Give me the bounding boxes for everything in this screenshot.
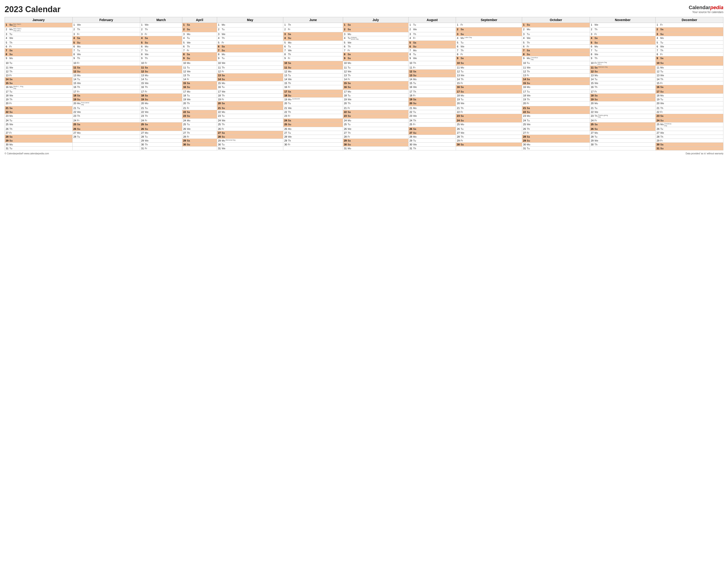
day-number: 1: [284, 23, 287, 26]
holiday-label: Labor Day: [465, 37, 472, 38]
day-number: 19: [284, 98, 287, 101]
calendar-cell: 6Th: [343, 45, 408, 48]
month-nov: November: [590, 17, 655, 23]
cell-content: 1Sa: [183, 23, 216, 26]
cell-content: 11Mo: [657, 66, 722, 69]
day-abbreviation: Tu: [187, 94, 189, 97]
day-abbreviation: Mo: [288, 70, 291, 73]
day-number: 6: [73, 45, 77, 48]
cell-content: 7Tu: [141, 49, 181, 52]
day-number: 15: [657, 82, 660, 84]
cell-content: 5Mo: [284, 41, 342, 44]
day-abbreviation: Su: [348, 28, 351, 31]
day-abbreviation: Th: [594, 28, 597, 31]
day-number: 20: [6, 102, 9, 105]
calendar-cell: 29Th: [283, 139, 343, 143]
cell-content: 12Su: [141, 70, 181, 73]
table-row: 6Fr6Mo6Mo6Th6Sa6Tu6Th6Su6We6Fr6Mo6We: [5, 45, 723, 48]
day-number: 6: [457, 45, 460, 48]
cell-content: 10Th: [410, 62, 455, 64]
day-abbreviation: We: [77, 111, 81, 113]
day-number: 9: [591, 57, 594, 60]
day-number: 30: [284, 143, 287, 146]
day-abbreviation: Mo: [413, 107, 417, 109]
cell-content: 10Tu: [6, 62, 71, 64]
cell-content: 19We: [344, 98, 407, 101]
cell-content: 25We: [6, 123, 71, 126]
day-abbreviation: Th: [348, 102, 351, 105]
calendar-cell: 16Su: [182, 85, 217, 90]
day-abbreviation: Sa: [594, 66, 597, 69]
day-abbreviation: Sa: [187, 23, 190, 26]
calendar-cell: 31Tu: [5, 146, 73, 150]
day-number: 20: [284, 102, 287, 105]
calendar-cell: 18Sa: [590, 94, 655, 98]
calendar-cell: 23Su: [182, 114, 217, 119]
cell-content: 31Su: [657, 147, 722, 150]
cell-content: 11Fr: [410, 66, 455, 69]
day-number: 14: [73, 78, 77, 80]
day-abbreviation: We: [77, 53, 81, 56]
cell-content: 9Su: [344, 57, 407, 60]
calendar-cell: 7Tu: [590, 48, 655, 53]
day-number: 26: [141, 128, 144, 130]
calendar-cell: 10Th: [408, 61, 456, 66]
footer: © Calendarpedia® www.calendarpedia.com D…: [5, 152, 723, 155]
calendar-cell: 19We: [182, 98, 217, 101]
calendar-cell: 19Sa: [408, 98, 456, 101]
calendar-cell: 30Su: [343, 143, 408, 146]
calendar-cell: 12Tu: [656, 69, 723, 73]
day-number: 12: [410, 70, 413, 73]
disclaimer: Data provided 'as is' without warranty: [686, 152, 723, 155]
cell-content: 8Mo: [218, 53, 282, 56]
day-abbreviation: Mo: [77, 74, 81, 77]
day-abbreviation: Th: [460, 135, 463, 138]
calendar-cell: 12Mo: [283, 69, 343, 73]
day-number: 23: [457, 114, 460, 117]
day-number: 9: [284, 57, 287, 60]
day-abbreviation: Tu: [660, 41, 663, 44]
cell-content: 30Tu: [218, 143, 282, 146]
calendar-cell: 14Th: [656, 77, 723, 81]
day-number: 25: [657, 123, 660, 126]
day-number: 12: [523, 70, 526, 73]
cell-content: 4Fr: [410, 37, 455, 39]
day-abbreviation: Fr: [348, 107, 350, 109]
day-number: 10: [284, 62, 287, 64]
cell-content: 13Mo: [141, 74, 181, 77]
calendar-cell: 9Th: [72, 56, 140, 61]
month-aug: August: [408, 17, 456, 23]
cell-content: 2Fr: [284, 28, 342, 31]
day-number: 5: [284, 41, 287, 44]
cell-content: 14Su: [218, 78, 282, 80]
day-abbreviation: Th: [527, 128, 530, 130]
calendar-cell: 3Sa: [283, 32, 343, 36]
cell-content: 23Su: [183, 114, 216, 117]
day-abbreviation: Tu: [77, 135, 80, 138]
cell-content: 27Fr: [6, 131, 71, 134]
calendar-cell: 20Su: [408, 101, 456, 106]
day-number: 11: [523, 66, 526, 69]
calendar-cell: 9We: [408, 56, 456, 61]
day-number: 30: [344, 143, 347, 146]
cell-content: 22Sa: [344, 111, 407, 113]
cell-content: 18Mo: [657, 94, 722, 97]
cell-content: 12Th: [523, 70, 589, 73]
day-abbreviation: We: [660, 45, 664, 48]
cell-content: 10Mo: [183, 62, 216, 64]
cell-content: 27Fr: [523, 131, 589, 134]
day-abbreviation: Fr: [9, 74, 12, 77]
day-abbreviation: Tu: [288, 102, 290, 105]
cell-content: 20Fr: [523, 102, 589, 105]
day-abbreviation: We: [77, 23, 81, 26]
calendar-cell: 20Sa: [217, 101, 283, 106]
cell-content: 27Mo: [73, 131, 139, 134]
cell-content: 23Sa: [657, 114, 722, 117]
day-number: 11: [457, 66, 460, 69]
day-number: 5: [218, 41, 221, 44]
day-number: 2: [457, 28, 460, 31]
cell-content: 16Th: [591, 86, 655, 89]
cell-content: 25Sa: [141, 123, 181, 126]
day-abbreviation: Th: [527, 41, 530, 44]
day-number: 15: [183, 82, 186, 84]
